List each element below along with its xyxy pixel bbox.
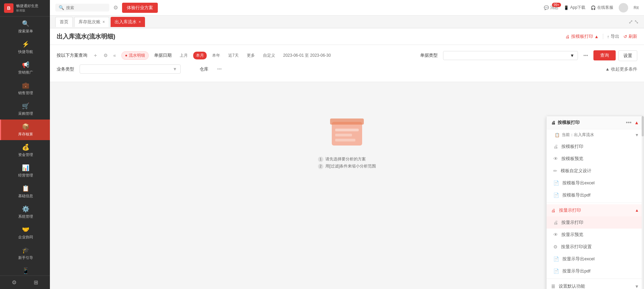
tab-inout-flow-close[interactable]: × [139, 20, 141, 24]
guide-icon: 🎓 [22, 246, 29, 254]
dropdown-separator-2 [547, 279, 644, 279]
username-label[interactable]: Rit [634, 5, 639, 10]
header-gear-icon[interactable]: ⚙ [113, 4, 118, 11]
dropdown-item-template-pdf[interactable]: 📄 按模板导出pdf [547, 189, 644, 201]
marketing-icon: 📢 [22, 61, 29, 69]
print-arrow-icon: ▲ [594, 34, 599, 39]
filter-tag-flow[interactable]: ● 流水明细 [121, 51, 149, 60]
sidebar-item-marketing[interactable]: 📢 营销推广 [0, 58, 50, 78]
refresh-button[interactable]: ↺ 刷新 [623, 33, 637, 40]
search-icon: 🔍 [59, 5, 64, 10]
basic-label: 基础信息 [18, 193, 33, 199]
business-label: 业务类型 [57, 66, 74, 72]
trial-button[interactable]: 体验行业方案 [122, 3, 158, 13]
settings-icon[interactable]: ⚙ [12, 279, 17, 286]
online-service-button[interactable]: 🎧 在线客服 [591, 5, 613, 10]
svg-rect-1 [330, 119, 364, 125]
logo-badge: 标准版 [16, 8, 38, 13]
tab-inout-flow[interactable]: 出入库流水 × [111, 17, 145, 27]
dropdown-collapse-icon[interactable]: ▲ [634, 120, 639, 125]
dropdown-item-display-pdf[interactable]: 📄 按显示导出pdf [547, 265, 644, 277]
dropdown-section-display[interactable]: 🖨 按显示打印 ▲ [547, 204, 644, 216]
date-btn-custom[interactable]: 自定义 [260, 52, 278, 59]
sidebar-item-inventory[interactable]: 📦 库存核算 [0, 120, 50, 140]
print-button[interactable]: 🖨 按模板打印 ▲ [565, 33, 599, 40]
filter-collapse-icon[interactable]: « [113, 53, 116, 58]
tab-batch-account[interactable]: 库存批次账 × [74, 17, 109, 27]
header-search-box[interactable]: 🔍 [55, 4, 109, 11]
dropdown-title-label: 按模板打印 [558, 120, 580, 126]
operations-label: 经营管理 [18, 173, 33, 178]
tab-shrink-icon[interactable]: ⤡ [634, 19, 639, 25]
date-btn-this-month[interactable]: 本月 [193, 52, 207, 59]
message-button[interactable]: 💬 消息 99+ [544, 5, 558, 10]
template-pdf-icon: 📄 [553, 192, 559, 198]
export-icon: ↑ [607, 34, 610, 39]
search-input[interactable] [66, 5, 100, 10]
empty-steps: 1 请先选择要分析的方案 2 用[过滤]条件来缩小分析范围 [318, 155, 376, 170]
collapse-icon[interactable]: ⊞ [34, 279, 38, 286]
tab-batch-account-label: 库存批次账 [79, 19, 100, 25]
dropdown-item-template-customize[interactable]: ✏ 模板自定义设计 [547, 165, 644, 177]
sidebar-item-apps[interactable]: 📱 应用中心 [0, 264, 50, 275]
filter-settings-icon[interactable]: ⚙ [104, 53, 108, 58]
dropdown-item-display-print[interactable]: 🖨 按显示打印 [547, 216, 644, 229]
sidebar-scroll: 🔍 搜索菜单 ⚡ 快捷导航 📢 营销推广 💼 销售管理 🛒 采购管理 📦 库存核… [0, 17, 50, 275]
dropdown-item-template-print[interactable]: 🖨 按模板打印 [547, 140, 644, 153]
dropdown-header-right: ••• ▲ [626, 120, 639, 126]
dropdown-item-display-settings[interactable]: ⚙ 按显示打印设置 [547, 241, 644, 253]
dropdown-item-template-excel[interactable]: 📄 按模板导出excel [547, 177, 644, 189]
inventory-icon: 📦 [22, 123, 29, 130]
template-preview-label: 按模板预览 [561, 156, 583, 162]
date-btn-7days[interactable]: 近7天 [226, 52, 241, 59]
export-button[interactable]: ↑ 导出 [607, 33, 620, 40]
dropdown-header: 🖨 按模板打印 ••• ▲ [547, 116, 644, 129]
tab-batch-account-close[interactable]: × [103, 20, 105, 24]
sidebar-item-cooperation[interactable]: 🤝 企业协同 [0, 222, 50, 243]
date-btn-last-month[interactable]: 上月 [177, 52, 191, 59]
tab-bar: 首页 库存批次账 × 出入库流水 × ⤢ ⤡ [50, 16, 644, 28]
date-btn-more[interactable]: 更多 [244, 52, 258, 59]
service-label: 在线客服 [597, 5, 613, 10]
sales-label: 销售管理 [18, 90, 33, 96]
step-1-num: 1 [318, 157, 323, 162]
voucher-more-icon[interactable]: ••• [583, 53, 588, 58]
page-header: 出入库流水(流水明细) 🖨 按模板打印 ▲ ↑ 导出 ↺ 刷新 [50, 28, 644, 45]
cooperation-icon: 🤝 [22, 226, 29, 233]
sidebar-item-sales[interactable]: 💼 销售管理 [0, 78, 50, 99]
empty-image [327, 112, 367, 152]
sidebar-item-finance[interactable]: 💰 资金管理 [0, 140, 50, 161]
sidebar-item-basic[interactable]: 📋 基础信息 [0, 181, 50, 202]
query-button[interactable]: 查询 [593, 50, 616, 60]
filter-tag-label: 流水明细 [129, 53, 145, 58]
sidebar-item-quick-nav[interactable]: ⚡ 快捷导航 [0, 37, 50, 58]
dropdown-footer-item[interactable]: ☰ 设置默认功能 ▼ [547, 280, 644, 289]
app-download-button[interactable]: 📱 App下载 [564, 5, 585, 10]
dropdown-scrollbar[interactable] [642, 116, 644, 289]
sidebar-item-purchase[interactable]: 🛒 采购管理 [0, 99, 50, 120]
date-btn-this-year[interactable]: 本年 [209, 52, 223, 59]
dropdown-more-icon[interactable]: ••• [626, 120, 632, 126]
tab-expand-icon[interactable]: ⤢ [628, 19, 633, 25]
voucher-type-select[interactable]: ▼ [443, 51, 578, 60]
sidebar-item-operations[interactable]: 📊 经营管理 [0, 161, 50, 181]
sidebar-item-guide[interactable]: 🎓 新手引导 [0, 243, 50, 264]
dropdown-item-display-excel[interactable]: 📄 按显示导出excel [547, 253, 644, 265]
inventory-label: 库存核算 [18, 132, 33, 137]
sidebar-item-search[interactable]: 🔍 搜索菜单 [0, 17, 50, 37]
warehouse-select[interactable]: ••• [214, 65, 315, 73]
svg-rect-3 [335, 134, 352, 136]
cooperation-label: 企业协同 [18, 235, 33, 240]
avatar[interactable] [619, 3, 628, 12]
display-preview-icon: 👁 [553, 232, 558, 237]
tab-home[interactable]: 首页 [55, 17, 73, 27]
refresh-icon: ↺ [623, 34, 627, 39]
dropdown-scrollbar-thumb[interactable] [642, 116, 644, 136]
sidebar-item-system[interactable]: ⚙️ 系统管理 [0, 202, 50, 222]
filter-add-button[interactable]: ＋ [93, 52, 98, 59]
collapse-button[interactable]: ▲ 收起更多条件 [605, 66, 637, 72]
dropdown-item-display-preview[interactable]: 👁 按显示预览 [547, 229, 644, 241]
business-type-select[interactable]: ▼ [80, 64, 181, 74]
dropdown-item-template-preview[interactable]: 👁 按模板预览 [547, 153, 644, 165]
setting-button[interactable]: 设置 [618, 50, 637, 61]
